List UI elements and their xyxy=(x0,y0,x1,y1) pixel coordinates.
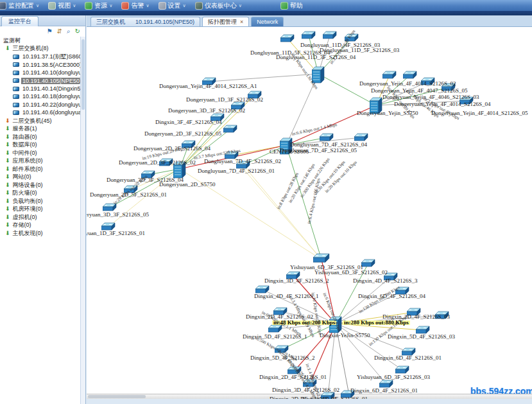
tab-label: Network xyxy=(257,19,278,25)
alarm-icon xyxy=(121,2,129,10)
expand-arrow-icon[interactable]: ⬇ xyxy=(5,126,10,132)
tree-item-label: 中间件(0) xyxy=(12,149,39,157)
tree-group-item[interactable]: ⬇数据库(0) xyxy=(0,141,81,150)
expand-arrow-icon[interactable]: ⬇ xyxy=(5,222,10,228)
canvas-scrollbar-thumb[interactable] xyxy=(88,395,146,398)
tree-item-label: 负载均衡(0) xyxy=(12,197,44,206)
resource-icon xyxy=(85,2,92,10)
search-icon[interactable]: ⌕ xyxy=(67,28,71,35)
switch-icon xyxy=(13,110,19,115)
node-label: Dingxin_3F_4F_S2126S_04 xyxy=(155,119,222,125)
tree-item-label: 邮件系统(0) xyxy=(12,165,44,173)
close-icon[interactable]: × xyxy=(240,17,243,26)
tree-device-item[interactable]: 10.191.37.1(别墅)S8606 xyxy=(0,53,81,61)
node-label: Dongeryuan_3D_3F_S2126S_05 xyxy=(87,212,149,218)
menu-item-label: 设置 xyxy=(168,1,181,10)
tree-group-item[interactable]: ⬇机房环境(0) xyxy=(0,206,81,214)
node-label: Dongeryuan_2D_3F_S2126S_05 xyxy=(144,131,221,137)
sidebar-scrollbar-thumb[interactable] xyxy=(82,39,85,110)
expand-arrow-icon[interactable]: ⬇ xyxy=(5,142,10,148)
tree-item-label: 应用系统(0) xyxy=(12,157,44,165)
menu-item-4[interactable]: 告警∨ xyxy=(121,1,149,10)
tree-device-item[interactable]: 10.191.38.5(ACE3000) xyxy=(0,61,81,69)
tree-group-item[interactable]: ⬇三层交换机(8) xyxy=(0,45,81,53)
tree-group-item[interactable]: ⬇负载均衡(0) xyxy=(0,197,81,206)
node-label: Dingxin_6D_4F_S2126S_01 xyxy=(374,355,442,361)
tree-group-item[interactable]: ⬇中间件(0) xyxy=(0,149,81,157)
node-label: Yishuyuan_6D_3F_S2126S_03 xyxy=(357,374,430,380)
device-tree: 监测树⬇三层交换机(8)10.191.37.1(别墅)S860610.191.3… xyxy=(0,37,81,404)
top-menu-bar: 监控配置∨视图∨资源∨告警∨设置∨仪表板中心∨帮助 xyxy=(0,0,532,11)
switch-icon xyxy=(13,55,19,59)
tree-root[interactable]: 监测树 xyxy=(0,37,81,45)
expand-arrow-icon[interactable]: ⬇ xyxy=(5,158,10,164)
menu-item-6[interactable]: 仪表板中心∨ xyxy=(195,1,242,10)
sort-icon[interactable]: ⇵ xyxy=(57,28,62,35)
node-label: Dingxin_4D_4F_S2126S_01 xyxy=(300,396,368,399)
tree-item-label: 路由器(0) xyxy=(12,133,39,141)
refresh-icon[interactable]: ↻ xyxy=(75,28,80,35)
tree-group-item[interactable]: ⬇路由器(0) xyxy=(0,133,81,141)
tab-1[interactable]: 三层交换机10.191.40.105(NPE50) xyxy=(90,17,200,26)
menu-item-3[interactable]: 资源∨ xyxy=(85,1,112,10)
tree-item-label: 三层交换机(8) xyxy=(12,44,50,53)
tree-device-item[interactable]: 10.191.40.18(dongluyuan_11D_汇] xyxy=(0,93,81,101)
expand-arrow-icon[interactable]: ⬇ xyxy=(5,231,10,236)
switch-icon xyxy=(13,62,19,67)
tree-group-item[interactable]: ⬇网络设备(0) xyxy=(0,181,81,189)
tree-device-item[interactable]: 10.191.40.14(Dingxin5750) xyxy=(0,85,81,93)
tree-device-item[interactable]: 10.191.40.22(dongluyuan_7D_汇聚] xyxy=(0,101,81,109)
config-icon xyxy=(0,2,6,10)
dashboard-icon xyxy=(195,2,203,10)
menu-item-2[interactable]: 视图∨ xyxy=(48,1,76,10)
tree-device-item[interactable]: 10.191.40.10(dongluyuanyejin_汇] xyxy=(0,69,81,77)
chevron-down-icon: ∨ xyxy=(146,3,149,8)
tree-device-item[interactable]: 10.191.40.6(dongluyuan_2D_汇聚] xyxy=(0,109,81,118)
menu-item-7[interactable]: 帮助 xyxy=(280,1,303,10)
sidebar-scrollbar[interactable] xyxy=(80,37,85,404)
tree-group-item[interactable]: ⬇网站(0) xyxy=(0,173,81,182)
node-label: Dingxin_5D_4F_S2126S_03 xyxy=(388,334,455,340)
expand-arrow-icon[interactable]: ⬇ xyxy=(5,215,10,220)
expand-arrow-icon[interactable]: ⬇ xyxy=(5,198,10,204)
menu-item-label: 帮助 xyxy=(290,1,303,10)
locate-icon[interactable]: ⚑ xyxy=(47,28,53,35)
expand-arrow-icon[interactable]: ⬇ xyxy=(5,190,10,196)
expand-arrow-icon[interactable]: ⬇ xyxy=(5,206,10,212)
node-label: Dingxin_4D_4F_S2126S_3 xyxy=(353,278,418,284)
tree-group-item[interactable]: ⬇邮件系统(0) xyxy=(0,165,81,173)
tree-group-item[interactable]: ⬇主机发现(0) xyxy=(0,229,81,238)
expand-arrow-icon[interactable]: ⬇ xyxy=(5,166,10,172)
expand-arrow-icon[interactable]: ⬇ xyxy=(5,150,10,156)
tree-item-label: 机房环境(0) xyxy=(12,205,44,213)
switch-node[interactable] xyxy=(280,34,295,46)
switch-node[interactable] xyxy=(223,125,237,137)
sidebar-header: 监控平台 xyxy=(0,15,85,26)
tree-item-label: 10.191.38.5(ACE3000) xyxy=(21,62,81,68)
expand-arrow-icon[interactable]: ⬇ xyxy=(5,182,10,188)
tree-group-item[interactable]: ⬇二层交换机(45) xyxy=(0,117,81,125)
tree-item-label: 10.191.40.18(dongluyuan_11D_汇] xyxy=(21,92,81,101)
tree-group-item[interactable]: ⬇服务器(1) xyxy=(0,125,81,134)
tree-group-item[interactable]: ⬇应用系统(0) xyxy=(0,157,81,166)
tree-group-item[interactable]: ⬇存储(0) xyxy=(0,222,81,230)
tree-group-item[interactable]: ⬇防火墙(0) xyxy=(0,189,81,198)
menu-item-5[interactable]: 设置∨ xyxy=(159,1,186,10)
tab-2[interactable]: 拓扑图管理× xyxy=(202,17,249,26)
node-label: Dongeryuan_Yejin_4F_4014_S2126S_A1 xyxy=(159,83,257,89)
expand-arrow-icon[interactable]: ⬇ xyxy=(5,46,10,51)
menu-item-label: 告警 xyxy=(131,1,144,10)
expand-arrow-icon[interactable]: ⬇ xyxy=(5,174,10,180)
sidebar-panel: 监控平台 ⚑⇵⌕↻ 监测树⬇三层交换机(8)10.191.37.1(别墅)S86… xyxy=(0,15,86,404)
topology-canvas[interactable]: bbs.594zz.com Dongluyuan_11D_4F_S2126S_0… xyxy=(87,27,532,399)
sidebar-tab-monitor-platform[interactable]: 监控平台 xyxy=(1,16,39,26)
node-label: Dongeryuan_1D_3F_S2126S_02 xyxy=(186,97,263,103)
expand-arrow-icon[interactable]: ⬇ xyxy=(5,134,10,140)
chevron-down-icon: ∨ xyxy=(36,3,39,8)
menu-item-1[interactable]: 监控配置∨ xyxy=(0,1,39,10)
tab-3[interactable]: Network xyxy=(251,17,284,26)
tree-group-item[interactable]: ⬇虚拟机(0) xyxy=(0,213,81,222)
topology-view-icon xyxy=(48,2,56,10)
expand-arrow-icon[interactable]: ⬇ xyxy=(5,118,10,124)
tree-device-item[interactable]: 10.191.40.105(NPE50) xyxy=(0,77,81,85)
